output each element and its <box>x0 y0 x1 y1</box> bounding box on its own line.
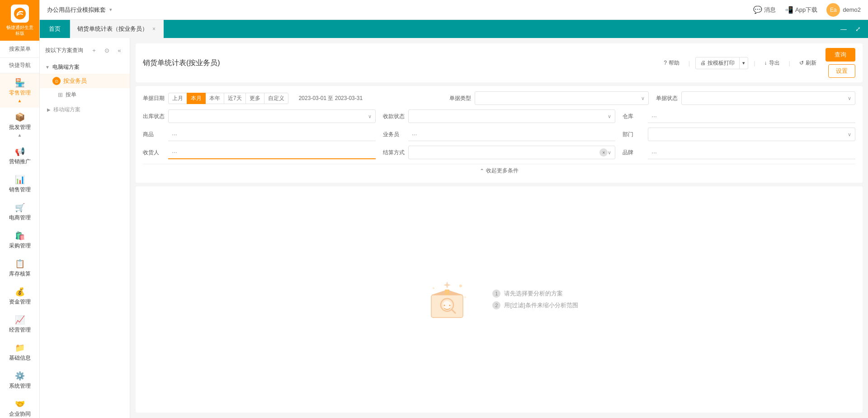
settlement-select[interactable]: × ∨ <box>408 146 616 159</box>
finance-icon: 💰 <box>15 287 25 297</box>
page-title: 销货单统计表(按业务员) <box>143 58 220 68</box>
query-btn[interactable]: 查询 <box>826 48 855 62</box>
retail-expand-arrow: ▲ <box>18 98 22 103</box>
refresh-btn[interactable]: ↺ 刷新 <box>796 57 820 69</box>
settlement-clear-btn[interactable]: × <box>599 148 608 157</box>
message-action[interactable]: 💬 消息 <box>753 5 776 14</box>
print-btn[interactable]: 🖨 按模板打印 <box>696 57 740 69</box>
sidebar-item-inventory-label: 库存核算 <box>9 270 31 278</box>
panel-header-title: 按以下方案查询 <box>45 47 83 54</box>
help-btn[interactable]: ? 帮助 <box>660 57 683 69</box>
goods-input[interactable]: ··· <box>168 128 376 141</box>
quick-nav[interactable]: 快捷导航 <box>0 58 39 73</box>
sidebar-item-basic[interactable]: 📁 基础信息 <box>0 338 39 366</box>
sidebar-item-operations[interactable]: 📈 经营管理 <box>0 310 39 338</box>
filter-row-1: 单据日期 上月 本月 本年 近7天 更多 自定义 2023-03-01 至 20… <box>143 91 855 105</box>
date-tab-this-month[interactable]: 本月 <box>187 93 206 104</box>
filter-row-2: 出库状态 ∨ 收款状态 ∨ 仓库 <box>143 109 855 123</box>
tab-close-btn[interactable]: × <box>151 25 156 33</box>
settlement-label: 结算方式 <box>383 149 408 157</box>
divider3: | <box>789 60 790 66</box>
sidebar-item-sales[interactable]: 📊 销售管理 <box>0 170 39 198</box>
tree-item-salesperson[interactable]: ⊙ 按业务员 <box>40 74 130 88</box>
purchase-icon: 🛍️ <box>15 231 25 241</box>
sidebar-item-enterprise-label: 企业协同 <box>9 410 31 418</box>
date-tab-7days[interactable]: 近7天 <box>224 93 246 104</box>
tab-active[interactable]: 销货单统计表（按业务员） × <box>70 20 164 38</box>
search-menu[interactable]: 搜索菜单 <box>0 41 39 58</box>
tree-group-mobile[interactable]: ▶ 移动端方案 <box>40 103 130 116</box>
tab-maximize-btn[interactable]: ⤢ <box>852 23 864 35</box>
shipstatus-label: 出库状态 <box>143 113 168 120</box>
header-right: 💬 消息 📲 App下载 Ea demo2 <box>753 3 861 17</box>
sidebar-item-inventory[interactable]: 📋 库存核算 <box>0 254 39 282</box>
logo-icon <box>11 5 29 23</box>
page-actions: ? 帮助 | 🖨 按模板打印 ▾ | ↓ 导出 <box>660 48 855 78</box>
consignee-dots[interactable]: ··· <box>170 148 179 156</box>
salesperson-dots[interactable]: ··· <box>410 131 419 138</box>
sidebar-item-retail-label: 零售管理 <box>9 89 31 97</box>
sidebar-item-wholesale[interactable]: 📦 批发管理 ▲ <box>0 108 39 142</box>
sidebar-item-marketing-label: 营销推广 <box>9 158 31 166</box>
date-tab-this-year[interactable]: 本年 <box>205 93 224 104</box>
user-initials: Ea <box>830 7 837 13</box>
sidebar-item-ecommerce[interactable]: 🛒 电商管理 <box>0 198 39 226</box>
date-tab-custom[interactable]: 自定义 <box>264 93 288 104</box>
sidebar-item-enterprise[interactable]: 🤝 企业协同 <box>0 394 39 418</box>
user-avatar: Ea <box>826 3 840 17</box>
goods-dots[interactable]: ··· <box>170 131 179 138</box>
docstatus-select[interactable]: ∨ <box>681 91 855 105</box>
sidebar-item-purchase[interactable]: 🛍️ 采购管理 <box>0 226 39 254</box>
receiptstatus-select[interactable]: ∨ <box>408 109 616 123</box>
svg-point-1 <box>19 11 21 13</box>
collapse-btn[interactable]: ⌃ 收起更多条件 <box>143 164 855 177</box>
app-logo[interactable]: 畅捷通好生意 标版 <box>0 0 39 41</box>
basic-icon: 📁 <box>15 343 25 353</box>
brand-dots[interactable]: ··· <box>650 149 659 156</box>
panel-settings-btn[interactable]: ⊙ <box>102 45 112 55</box>
empty-state: 1 请先选择要分析的方案 2 用[过滤]条件来缩小分析范围 <box>420 277 578 322</box>
user-profile[interactable]: Ea demo2 <box>826 3 861 17</box>
workspace-dropdown[interactable]: ▾ <box>109 7 112 13</box>
salesperson-scheme-icon: ⊙ <box>52 77 61 85</box>
sidebar-item-finance[interactable]: 💰 资金管理 <box>0 282 39 310</box>
svg-point-5 <box>433 287 434 289</box>
department-label: 部门 <box>623 131 648 138</box>
filter-warehouse-field: 仓库 ··· <box>623 109 855 123</box>
doctype-select[interactable]: ∨ <box>475 91 649 105</box>
pc-group-arrow: ▼ <box>45 65 50 70</box>
warehouse-input[interactable]: ··· <box>648 109 855 123</box>
brand-label: 品牌 <box>623 149 648 157</box>
tab-home[interactable]: 首页 <box>40 20 70 38</box>
salesperson-label: 业务员 <box>383 131 408 138</box>
panel-collapse-btn[interactable]: « <box>114 45 124 55</box>
app-download-action[interactable]: 📲 App下载 <box>785 6 817 14</box>
sidebar-item-marketing[interactable]: 📢 营销推广 <box>0 142 39 170</box>
tab-minimize-btn[interactable]: — <box>837 23 850 35</box>
sidebar: 畅捷通好生意 标版 搜索菜单 快捷导航 🏪 零售管理 ▲ 📦 批发管理 ▲ 📢 … <box>0 0 40 418</box>
tree-group-pc[interactable]: ▼ 电脑端方案 <box>40 61 130 74</box>
shipstatus-select[interactable]: ∨ <box>168 109 376 123</box>
date-tab-more[interactable]: 更多 <box>245 93 264 104</box>
date-tab-last-month[interactable]: 上月 <box>168 93 187 104</box>
consignee-input[interactable]: ··· <box>168 146 376 159</box>
refresh-label: 刷新 <box>806 59 816 67</box>
tree-section-pc: ▼ 电脑端方案 ⊙ 按业务员 ⊞ 按单 <box>40 59 130 103</box>
sidebar-item-purchase-label: 采购管理 <box>9 242 31 250</box>
empty-illustration <box>420 277 474 322</box>
docstatus-label: 单据状态 <box>656 95 681 102</box>
brand-input[interactable]: ··· <box>648 146 855 159</box>
tree-sub-item-order[interactable]: ⊞ 按单 <box>40 88 130 101</box>
warehouse-dots[interactable]: ··· <box>650 113 659 120</box>
doctype-label: 单据类型 <box>449 95 475 102</box>
sidebar-item-system[interactable]: ⚙️ 系统管理 <box>0 366 39 394</box>
department-select[interactable]: ∨ <box>648 128 855 141</box>
print-dropdown-btn[interactable]: ▾ <box>740 58 748 68</box>
panel-add-btn[interactable]: + <box>89 45 99 55</box>
settings-btn[interactable]: 设置 <box>828 64 855 78</box>
doctype-arrow: ∨ <box>641 95 645 101</box>
collapse-icon: ⌃ <box>480 168 484 174</box>
salesperson-input[interactable]: ··· <box>408 128 616 141</box>
export-btn[interactable]: ↓ 导出 <box>761 57 783 69</box>
sidebar-item-retail[interactable]: 🏪 零售管理 ▲ <box>0 73 39 108</box>
